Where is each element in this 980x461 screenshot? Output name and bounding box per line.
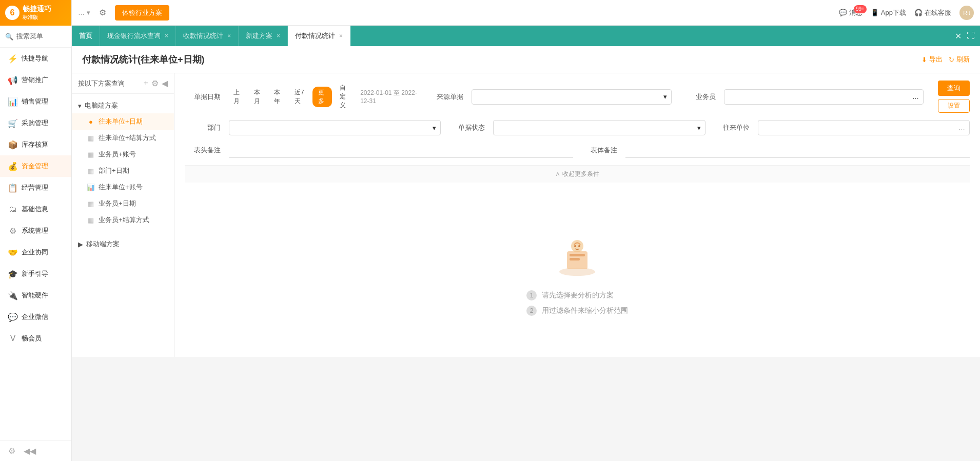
sidebar-item-finance[interactable]: 💰 资金管理	[0, 155, 71, 177]
search-menu-btn[interactable]: 🔍 搜索菜单	[5, 30, 66, 43]
voucher-status-select[interactable]: ▾	[493, 120, 705, 135]
search-icon: 🔍	[5, 33, 13, 41]
app-download-item[interactable]: 📱 App下载	[871, 8, 906, 17]
desktop-chevron: ▾	[78, 102, 82, 110]
sidebar-item-wechat[interactable]: 💬 企业微信	[0, 306, 71, 328]
sidebar-item-label: 畅会员	[22, 334, 42, 343]
sidebar-item-label: 营销推广	[22, 75, 48, 85]
sidebar-item-system[interactable]: ⚙ 系统管理	[0, 220, 71, 242]
sidebar-item-member[interactable]: V 畅会员	[0, 328, 71, 349]
source-voucher-select[interactable]: ▾	[472, 89, 671, 105]
tab-receipt-stats[interactable]: 收款情况统计 ×	[176, 26, 239, 46]
tree-item-unit-account[interactable]: 📊 往来单位+账号	[72, 179, 174, 195]
app-icon: 📱	[871, 9, 879, 16]
tree-item-label: 部门+日期	[99, 166, 129, 175]
sidebar-item-marketing[interactable]: 📢 营销推广	[0, 69, 71, 91]
dept-chevron: ▾	[433, 124, 436, 132]
sidebar-item-quick-nav[interactable]: ⚡ 快捷导航	[0, 48, 71, 69]
app-name: 畅捷通巧	[23, 5, 51, 14]
enterprise-icon: 🤝	[8, 248, 17, 257]
sidebar-item-label: 销售管理	[22, 97, 48, 106]
sidebar-item-guide[interactable]: 🎓 新手引导	[0, 263, 71, 285]
dept-select[interactable]: ▾	[229, 120, 441, 135]
tree-item-unit-settle[interactable]: ▦ 往来单位+结算方式	[72, 130, 174, 146]
collapse-sidebar-icon[interactable]: ◀◀	[24, 446, 36, 456]
counterparty-label: 往来单位	[714, 123, 750, 132]
finance-icon: 💰	[8, 162, 17, 171]
user-avatar[interactable]: Rit	[959, 6, 974, 20]
table-body-note-input[interactable]	[625, 143, 970, 158]
svg-rect-3	[570, 258, 580, 260]
topbar-settings-icon[interactable]: ⚙	[95, 6, 110, 20]
left-panel: 按以下方案查询 + ⚙ ◀ ▾ 电脑端方案 ● 往来单位+日期	[72, 73, 174, 357]
sidebar-item-inventory[interactable]: 📦 库存核算	[0, 134, 71, 155]
tree-item-unit-date[interactable]: ● 往来单位+日期	[72, 113, 174, 130]
sidebar-item-sales[interactable]: 📊 销售管理	[0, 91, 71, 112]
plan-settings-icon[interactable]: ⚙	[151, 78, 159, 88]
tree-item-label: 往来单位+账号	[99, 183, 143, 192]
date-tab-custom[interactable]: 自定义	[335, 82, 356, 111]
counterparty-select[interactable]: …	[758, 120, 970, 135]
main-content: … ▾ ⚙ 体验行业方案 💬 消息 99+ 📱 App下载 🎧 在线客服 Rit	[72, 0, 980, 461]
tree-item-salesperson-date[interactable]: ▦ 业务员+日期	[72, 195, 174, 212]
table-header-note-input[interactable]	[229, 143, 573, 158]
sidebar-item-enterprise[interactable]: 🤝 企业协同	[0, 242, 71, 263]
sidebar-item-operations[interactable]: 📋 经营管理	[0, 177, 71, 198]
refresh-btn[interactable]: ↻ 刷新	[949, 55, 970, 64]
tree-item-dept-date[interactable]: ▦ 部门+日期	[72, 163, 174, 179]
desktop-section-header[interactable]: ▾ 电脑端方案	[72, 98, 174, 113]
service-label: 在线客服	[925, 8, 951, 17]
salesperson-date-icon: ▦	[86, 199, 95, 208]
salesperson-chevron: …	[912, 93, 919, 101]
sidebar-item-purchase[interactable]: 🛒 采购管理	[0, 112, 71, 134]
date-tab-this-year[interactable]: 本年	[269, 87, 287, 107]
message-item[interactable]: 💬 消息 99+	[839, 8, 863, 17]
sidebar-item-label: 企业协同	[22, 248, 48, 257]
collapse-bar[interactable]: ∧ 收起更多条件	[185, 165, 970, 183]
filter-row-3: 表头备注 表体备注	[185, 143, 970, 158]
left-panel-header-text: 按以下方案查询	[78, 79, 125, 88]
tab-new-plan[interactable]: 新建方案 ×	[239, 26, 288, 46]
tab-bank-flow[interactable]: 现金银行流水查询 ×	[100, 26, 176, 46]
salesperson-label: 业务员	[680, 92, 716, 102]
source-voucher-label: 来源单据	[427, 92, 463, 102]
online-service-item[interactable]: 🎧 在线客服	[914, 8, 951, 17]
tree-item-label: 往来单位+结算方式	[99, 133, 156, 143]
tree-item-label: 业务员+账号	[99, 150, 136, 159]
tabbar: 首页 现金银行流水查询 × 收款情况统计 × 新建方案 × 付款情况统计 × ✕…	[72, 26, 980, 46]
tab-payment-stats-close[interactable]: ×	[339, 32, 343, 39]
tab-new-plan-close[interactable]: ×	[277, 32, 280, 39]
tab-home[interactable]: 首页	[72, 26, 100, 46]
app-download-label: App下载	[881, 8, 906, 17]
tree-item-salesperson-settle[interactable]: ▦ 业务员+结算方式	[72, 212, 174, 228]
dept-date-icon: ▦	[86, 166, 95, 175]
salesperson-select[interactable]: …	[724, 89, 924, 105]
add-plan-icon[interactable]: +	[144, 78, 148, 88]
tab-receipt-stats-close[interactable]: ×	[227, 32, 231, 39]
settings-filter-btn[interactable]: 设置	[938, 99, 970, 113]
export-btn[interactable]: ⬇ 导出	[922, 55, 943, 64]
refresh-icon: ↻	[949, 56, 954, 64]
trial-btn[interactable]: 体验行业方案	[115, 5, 169, 21]
sidebar-item-basic-info[interactable]: 🗂 基础信息	[0, 198, 71, 220]
export-label: 导出	[929, 55, 943, 64]
date-tab-more[interactable]: 更多	[312, 87, 332, 107]
sidebar-item-hardware[interactable]: 🔌 智能硬件	[0, 285, 71, 306]
tab-payment-stats[interactable]: 付款情况统计 ×	[288, 26, 350, 46]
date-tab-this-month[interactable]: 本月	[249, 87, 267, 107]
mobile-section-header[interactable]: ▶ 移动端方案	[72, 236, 174, 252]
salesperson-account-icon: ▦	[86, 150, 95, 159]
tab-home-label: 首页	[79, 31, 92, 41]
date-tab-last-month[interactable]: 上月	[229, 87, 246, 107]
sidebar-item-label: 经营管理	[22, 183, 48, 192]
settings-bottom-icon[interactable]: ⚙	[8, 446, 15, 456]
close-all-icon[interactable]: ✕	[955, 31, 962, 41]
operations-icon: 📋	[8, 183, 17, 192]
tree-item-salesperson-account[interactable]: ▦ 业务员+账号	[72, 146, 174, 163]
unit-settle-icon: ▦	[86, 133, 95, 143]
date-tab-7days[interactable]: 近7天	[290, 87, 309, 107]
collapse-left-icon[interactable]: ◀	[162, 78, 168, 88]
maximize-icon[interactable]: ⛶	[967, 31, 975, 41]
tab-bank-flow-close[interactable]: ×	[165, 32, 168, 39]
query-btn[interactable]: 查询	[938, 81, 970, 96]
